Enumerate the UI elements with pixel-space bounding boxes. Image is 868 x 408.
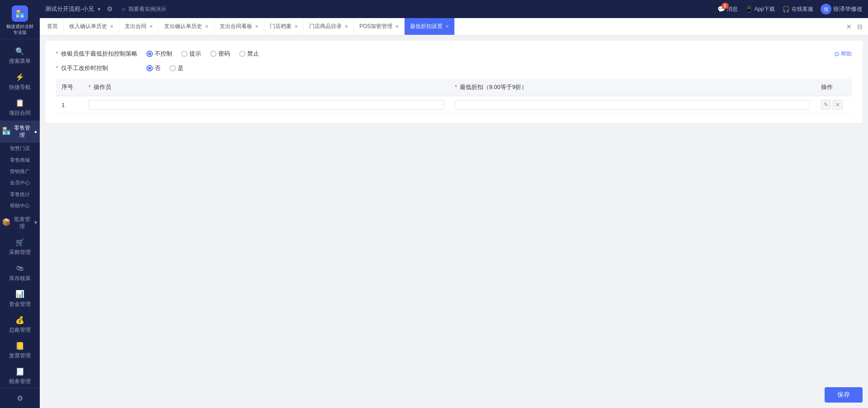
sidebar-nav: 🔍 搜索菜单 ⚡ 快捷导航 📋 项目合同 🏪 零售管理 ▲ 智慧门店 零售商城 … (0, 39, 40, 388)
tab-store-archive[interactable]: 门店档案 ✕ (264, 18, 304, 35)
sidebar-item-purchase-mgmt[interactable]: 🛍 库存核算 (0, 260, 40, 286)
inventory-icon: 📊 (15, 289, 24, 299)
table-header-row: 序号 * 操作员 * 最低折扣（9.00等于9折） (56, 79, 852, 96)
tab-payment-confirm-history[interactable]: 支出确认单历史 ✕ (159, 18, 214, 35)
app-download-action[interactable]: 📱 App下载 (745, 5, 775, 13)
sidebar: 🏪 畅捷通好业财 专业版 🔍 搜索菜单 ⚡ 快捷导航 📋 项目合同 🏪 零售管理… (0, 0, 40, 408)
invoice-icon: 🧾 (15, 367, 24, 377)
sidebar-item-retail-stats[interactable]: 零售统计 (0, 189, 40, 200)
tab-close-pos-password[interactable]: ✕ (395, 24, 399, 29)
project-icon: 📋 (15, 98, 24, 108)
retail-icon: 🏪 (2, 126, 11, 136)
table-scroll: 序号 * 操作员 * 最低折扣（9.00等于9折） (56, 79, 852, 114)
radio-circle-no-control (146, 51, 153, 57)
topbar: 测试分开流程-小兄 ▼ ⚙ ○ 我要看实例演示 💬 8 消息 📱 App下载 🎧… (40, 0, 868, 18)
save-button[interactable]: 保存 (825, 387, 863, 403)
table-header: 序号 * 操作员 * 最低折扣（9.00等于9折） (56, 79, 852, 96)
col-action: 操作 (816, 79, 852, 96)
radio-circle-prompt (181, 51, 188, 57)
radio-password[interactable]: 密码 (210, 50, 230, 58)
tab-menu-icon[interactable]: ⊟ (855, 22, 864, 31)
logo-icon: 🏪 (12, 5, 28, 22)
wholesale-icon: 📦 (2, 217, 11, 227)
min-discount-input[interactable] (455, 100, 810, 110)
tabs-right-actions: ✕ ⊟ (844, 22, 866, 31)
tab-close-income-history[interactable]: ✕ (110, 24, 113, 29)
radio-no-control[interactable]: 不控制 (146, 50, 172, 58)
demo-link[interactable]: ○ 我要看实例演示 (122, 5, 166, 13)
sidebar-item-invoice[interactable]: 🧾 税务管理 (0, 363, 40, 388)
message-action[interactable]: 💬 8 消息 (717, 5, 738, 13)
radio-manual-yes[interactable]: 是 (170, 64, 184, 72)
settings-icon[interactable]: ⚙ (17, 394, 23, 403)
tab-close-store-product-catalog[interactable]: ✕ (344, 24, 348, 29)
tab-income-history[interactable]: 收入确认单历史 ✕ (64, 18, 119, 35)
sidebar-item-inventory[interactable]: 📊 资金管理 (0, 286, 40, 311)
topbar-right: 💬 8 消息 📱 App下载 🎧 在线客服 徐 徐泽华修改 (717, 4, 863, 14)
sidebar-item-search[interactable]: 🔍 搜索菜单 (0, 43, 40, 69)
main-content: 测试分开流程-小兄 ▼ ⚙ ○ 我要看实例演示 💬 8 消息 📱 App下载 🎧… (40, 0, 868, 408)
purchase-icon: 🛍 (16, 263, 24, 273)
tab-min-discount[interactable]: 最低折扣设置 ✕ (405, 18, 455, 35)
app-icon: 📱 (745, 5, 753, 13)
sidebar-footer: ⚙ (0, 388, 40, 408)
manual-price-control-label: * 仅手工改价时控制 (56, 64, 146, 72)
customer-service-action[interactable]: 🎧 在线客服 (782, 5, 813, 13)
sidebar-item-smart-store[interactable]: 智慧门店 (0, 143, 40, 154)
operator-input[interactable] (89, 100, 444, 110)
tabs-bar: 首页 收入确认单历史 ✕ 支出合同 ✕ 支出确认单历史 ✕ 支出合同看板 ✕ 门… (40, 18, 868, 35)
tab-payment-contract[interactable]: 支出合同 ✕ (119, 18, 159, 35)
edit-row-button[interactable]: ✎ (821, 100, 831, 110)
help-button[interactable]: ⊙ 帮助 (834, 50, 852, 58)
col-seq: 序号 (56, 79, 83, 96)
tab-payment-contract-board[interactable]: 支出合同看板 ✕ (214, 18, 264, 35)
project-name: 测试分开流程-小兄 (45, 5, 94, 13)
shortcuts-icon: ⚡ (15, 72, 24, 82)
user-info[interactable]: 徐 徐泽华修改 (821, 4, 863, 14)
data-table-wrap: 序号 * 操作员 * 最低折扣（9.00等于9折） (56, 79, 852, 114)
topbar-settings-icon[interactable]: ⚙ (107, 5, 113, 13)
tab-store-product-catalog[interactable]: 门店商品目录 ✕ (304, 18, 354, 35)
table-row: 1 ✎ (56, 96, 852, 114)
demo-icon: ○ (122, 5, 125, 13)
manual-price-control-row: * 仅手工改价时控制 否 是 (56, 64, 852, 72)
sidebar-item-wholesale-mgmt[interactable]: 📦 批发管理 ▼ (0, 212, 40, 234)
cell-min-discount[interactable] (449, 96, 816, 114)
tab-close-min-discount[interactable]: ✕ (445, 24, 449, 29)
sidebar-item-member-center[interactable]: 会员中心 (0, 177, 40, 188)
sidebar-item-ledger[interactable]: 📒 发票管理 (0, 338, 40, 363)
col-min-discount: * 最低折扣（9.00等于9折） (449, 79, 816, 96)
sidebar-item-help-center[interactable]: 帮助中心 (0, 200, 40, 211)
logo-text: 畅捷通好业财 专业版 (6, 23, 33, 35)
radio-circle-password (210, 51, 217, 57)
radio-circle-manual-yes (170, 65, 176, 71)
sidebar-item-project-contract[interactable]: 📋 项目合同 (0, 94, 40, 120)
ledger-icon: 📒 (15, 341, 24, 351)
project-selector[interactable]: 测试分开流程-小兄 ▼ (45, 5, 101, 13)
radio-manual-no[interactable]: 否 (146, 64, 160, 72)
message-badge: 8 (722, 3, 729, 9)
sidebar-item-finance[interactable]: 💰 总账管理 (0, 312, 40, 338)
sidebar-item-retail-mall[interactable]: 零售商城 (0, 155, 40, 166)
sidebar-item-retail-mgmt[interactable]: 🏪 零售管理 ▲ (0, 121, 40, 143)
tab-close-payment-confirm-history[interactable]: ✕ (205, 24, 208, 29)
headset-icon: 🎧 (782, 5, 790, 13)
sidebar-item-marketing[interactable]: 营销推广 (0, 166, 40, 177)
cell-seq: 1 (56, 96, 83, 114)
tab-close-payment-contract[interactable]: ✕ (149, 24, 153, 29)
tab-close-store-archive[interactable]: ✕ (294, 24, 298, 29)
tab-pos-password[interactable]: POS加密管理 ✕ (354, 18, 405, 35)
username: 徐泽华修改 (833, 5, 863, 13)
cashier-policy-row: * 收银员低于最低折扣控制策略 不控制 提示 密码 (56, 50, 852, 58)
tab-close-all-icon[interactable]: ✕ (844, 22, 854, 31)
radio-forbidden[interactable]: 禁止 (239, 50, 259, 58)
radio-circle-forbidden (239, 51, 245, 57)
delete-row-button[interactable]: ✕ (833, 100, 843, 110)
discount-table: 序号 * 操作员 * 最低折扣（9.00等于9折） (56, 79, 852, 114)
radio-prompt[interactable]: 提示 (181, 50, 201, 58)
tab-close-payment-contract-board[interactable]: ✕ (255, 24, 259, 29)
tab-home[interactable]: 首页 (42, 18, 64, 35)
sidebar-item-ecommerce[interactable]: 🛒 采购管理 (0, 234, 40, 260)
sidebar-item-shortcuts[interactable]: ⚡ 快捷导航 (0, 69, 40, 94)
cell-operator[interactable] (83, 96, 449, 114)
